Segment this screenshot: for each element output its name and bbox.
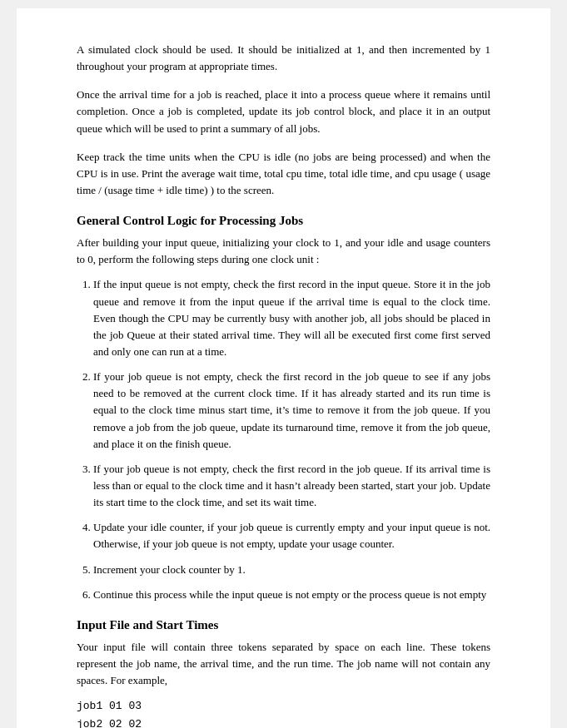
list-item: Continue this process while the input qu…: [93, 587, 490, 603]
list-item: Increment your clock counter by 1.: [93, 562, 490, 578]
list-item: If your job queue is not empty, check th…: [93, 369, 490, 453]
section2-heading: Input File and Start Times: [77, 618, 490, 632]
section1-intro: After building your input queue, initial…: [77, 235, 490, 268]
page-container: A simulated clock should be used. It sho…: [17, 8, 550, 728]
paragraph-1: A simulated clock should be used. It sho…: [77, 42, 490, 75]
code-line-1: job1 01 03: [77, 697, 490, 716]
section1-heading: General Control Logic for Processing Job…: [77, 214, 490, 228]
paragraph-3: Keep track the time units when the CPU i…: [77, 149, 490, 199]
list-item: If your job queue is not empty, check th…: [93, 461, 490, 511]
list-item: Update your idle counter, if your job qu…: [93, 519, 490, 552]
code-line-2: job2 02 02: [77, 716, 490, 728]
paragraph-2: Once the arrival time for a job is reach…: [77, 87, 490, 136]
steps-list: If the input queue is not empty, check t…: [93, 276, 490, 602]
list-item: If the input queue is not empty, check t…: [93, 276, 490, 360]
code-example: job1 01 03 job2 02 02 job3 10 05: [77, 697, 490, 728]
section2-intro: Your input file will contain three token…: [77, 639, 490, 689]
